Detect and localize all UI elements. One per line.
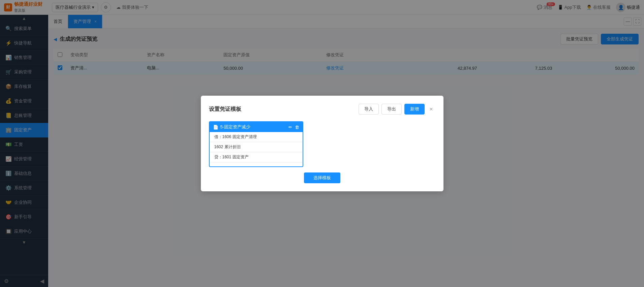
template-row-debit [267, 164, 287, 165]
template-row-credit [287, 144, 303, 151]
modal-close-button[interactable]: × [427, 105, 435, 113]
export-button[interactable]: 导出 [381, 104, 402, 115]
modal-body: 📄 5-固定资产减少 ✏ 🗑 借：1606 固定资产清理 1602 累计折旧 贷… [209, 121, 435, 183]
template-doc-icon: 📄 [213, 125, 218, 130]
template-row-debit [267, 154, 287, 161]
template-delete-icon[interactable]: 🗑 [295, 125, 299, 130]
template-name: 5-固定资产减少 [220, 124, 251, 130]
new-template-button[interactable]: 新增 [404, 104, 425, 115]
modal-header: 设置凭证模板 导入 导出 新增 × [209, 104, 435, 115]
template-row-credit [287, 133, 303, 140]
template-row-account: 1602 累计折旧 [213, 144, 267, 151]
import-button[interactable]: 导入 [359, 104, 379, 115]
modal-overlay: 设置凭证模板 导入 导出 新增 × 📄 5-固定资产减少 ✏ 🗑 [0, 0, 644, 287]
template-row-debit [267, 133, 287, 140]
template-row-debit [267, 144, 287, 151]
template-row [210, 162, 303, 166]
template-row: 借：1606 固定资产清理 [210, 132, 303, 142]
template-row-account [213, 164, 267, 165]
template-row: 贷：1601 固定资产 [210, 152, 303, 162]
template-row-account: 贷：1601 固定资产 [213, 154, 267, 161]
template-card-header: 📄 5-固定资产减少 ✏ 🗑 [210, 122, 303, 132]
modal-dialog: 设置凭证模板 导入 导出 新增 × 📄 5-固定资产减少 ✏ 🗑 [201, 96, 443, 191]
template-row: 1602 累计折旧 [210, 142, 303, 152]
template-edit-icon[interactable]: ✏ [288, 125, 292, 130]
select-template-button[interactable]: 选择模板 [304, 172, 340, 183]
modal-title: 设置凭证模板 [209, 106, 241, 113]
template-row-account: 借：1606 固定资产清理 [213, 133, 267, 140]
template-card: 📄 5-固定资产减少 ✏ 🗑 借：1606 固定资产清理 1602 累计折旧 贷… [209, 121, 303, 167]
template-row-credit [287, 164, 303, 165]
template-row-credit [287, 154, 303, 161]
template-card-body: 借：1606 固定资产清理 1602 累计折旧 贷：1601 固定资产 [210, 132, 303, 166]
